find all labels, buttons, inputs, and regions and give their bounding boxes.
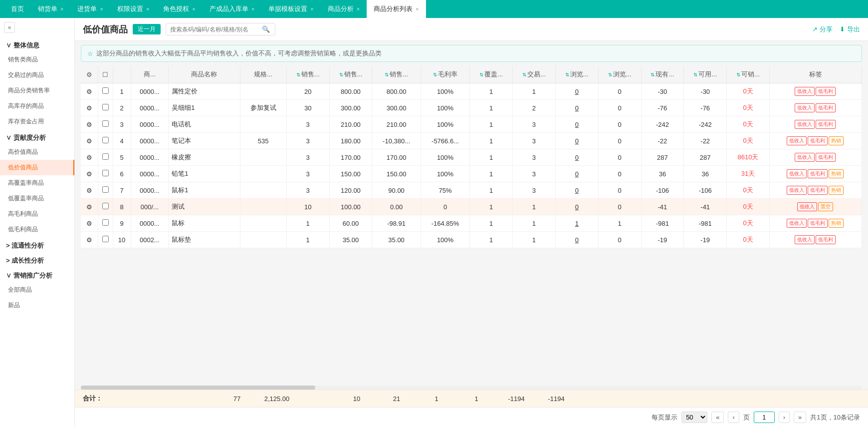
close-icon[interactable]: × [100,6,103,12]
browse-link[interactable]: 0 [575,187,579,194]
first-page-button[interactable]: « [711,412,724,423]
sidebar-item-high-coverage[interactable]: 高覆盖率商品 [0,175,74,191]
sidebar-item-sales-products[interactable]: 销售类商品 [0,52,74,67]
sidebar-group-growth[interactable]: > 成长性分析 [0,252,74,267]
sidebar-item-low-margin[interactable]: 低毛利商品 [0,222,74,237]
checkbox-cell[interactable] [98,166,113,182]
gear-cell[interactable]: ⚙ [81,149,98,166]
sidebar-item-high-stock[interactable]: 高库存的商品 [0,98,74,114]
row-checkbox[interactable] [102,219,109,226]
checkbox-cell[interactable] [98,133,113,149]
close-icon[interactable]: × [357,6,360,12]
search-box[interactable]: 🔍 [166,23,275,35]
col-trade[interactable]: 交易... [513,66,556,83]
nav-template[interactable]: 单据模板设置 × [261,0,320,18]
sidebar-item-all-products[interactable]: 全部商品 [0,282,74,298]
gear-cell[interactable]: ⚙ [81,199,98,215]
filter-tag-month[interactable]: 近一月 [133,24,161,34]
browse-link[interactable]: 0 [575,137,579,145]
col-browse1[interactable]: 浏览... [555,66,598,83]
sidebar-item-new-products[interactable]: 新品 [0,298,74,313]
collapse-sidebar-button[interactable]: « [4,22,15,33]
close-icon[interactable]: × [310,6,313,12]
close-icon[interactable]: × [146,6,149,12]
row-checkbox[interactable] [102,186,109,193]
nav-sales[interactable]: 销货单 × [31,0,70,18]
row-checkbox[interactable] [102,120,109,127]
per-page-select[interactable]: 50 100 200 [681,412,707,423]
browse-link[interactable]: 0 [575,104,579,112]
sidebar-item-low-coverage[interactable]: 低覆盖率商品 [0,191,74,206]
sidebar-item-low-value[interactable]: 低价值商品 [0,160,74,175]
browse-link[interactable]: 0 [575,154,579,161]
col-sales2[interactable]: 销售... [329,66,372,83]
sidebar-item-high-value[interactable]: 高价值商品 [0,144,74,160]
col-sales3[interactable]: 销售... [372,66,421,83]
col-sales1[interactable]: 销售... [286,66,329,83]
col-coverage[interactable]: 覆盖... [470,66,513,83]
gear-cell[interactable]: ⚙ [81,116,98,133]
col-sellable-stock[interactable]: 可销... [727,66,770,83]
gear-cell[interactable]: ⚙ [81,100,98,116]
nav-roles[interactable]: 角色授权 × [156,0,202,18]
checkbox-cell[interactable] [98,199,113,215]
share-button[interactable]: ↗ 分享 [812,25,833,34]
col-current-stock[interactable]: 现有... [641,66,684,83]
browse-link[interactable]: 0 [575,236,579,244]
page-number-input[interactable] [758,414,770,421]
checkbox-cell[interactable] [98,232,113,248]
close-icon[interactable]: × [251,6,254,12]
sidebar-group-liquidity[interactable]: > 流通性分析 [0,237,74,252]
browse-link[interactable]: 0 [575,88,579,95]
nav-product-analysis[interactable]: 商品分析 × [321,0,367,18]
row-checkbox[interactable] [102,153,109,160]
checkbox-cell[interactable] [98,182,113,199]
gear-cell[interactable]: ⚙ [81,133,98,149]
scrollbar-thumb[interactable] [81,386,315,390]
sidebar-item-high-margin[interactable]: 高毛利商品 [0,206,74,222]
checkbox-cell[interactable] [98,100,113,116]
checkbox-cell[interactable] [98,215,113,232]
export-button[interactable]: ⬇ 导出 [840,25,860,34]
gear-cell[interactable]: ⚙ [81,166,98,182]
nav-purchase[interactable]: 进货单 × [70,0,110,18]
horizontal-scrollbar[interactable] [81,386,862,390]
current-page-number[interactable] [754,412,775,423]
checkbox-cell[interactable] [98,83,113,100]
gear-cell[interactable]: ⚙ [81,215,98,232]
prev-page-button[interactable]: ‹ [728,412,739,423]
nav-warehouse[interactable]: 产成品入库单 × [203,0,261,18]
row-checkbox[interactable] [102,236,109,242]
browse-link[interactable]: 1 [575,220,579,227]
nav-product-analysis-list[interactable]: 商品分析列表 × [367,0,426,18]
sidebar-item-stock-funds[interactable]: 库存资金占用 [0,114,74,129]
next-page-button[interactable]: › [779,412,790,423]
sidebar-item-traded-products[interactable]: 交易过的商品 [0,67,74,83]
row-checkbox[interactable] [102,170,109,176]
search-input[interactable] [170,26,260,33]
row-checkbox[interactable] [102,104,109,110]
close-icon[interactable]: × [416,6,419,12]
col-available-stock[interactable]: 可用... [684,66,727,83]
gear-cell[interactable]: ⚙ [81,232,98,248]
last-page-button[interactable]: » [794,412,806,423]
row-checkbox[interactable] [102,137,109,143]
close-icon[interactable]: × [60,6,63,12]
nav-home[interactable]: 首页 [4,0,31,18]
col-spec[interactable]: 规格... [240,66,286,83]
browse-link[interactable]: 0 [575,203,579,211]
gear-cell[interactable]: ⚙ [81,83,98,100]
nav-permissions[interactable]: 权限设置 × [110,0,156,18]
row-checkbox[interactable] [102,203,109,209]
sidebar-item-category-sales[interactable]: 商品分类销售率 [0,83,74,98]
checkbox-cell[interactable] [98,116,113,133]
col-checkbox[interactable]: ☐ [98,66,113,83]
col-settings[interactable]: ⚙ [81,66,98,83]
close-icon[interactable]: × [192,6,195,12]
gear-cell[interactable]: ⚙ [81,182,98,199]
browse-link[interactable]: 0 [575,170,579,178]
col-margin[interactable]: 毛利率 [421,66,469,83]
col-browse2[interactable]: 浏览... [598,66,641,83]
browse-link[interactable]: 0 [575,121,579,128]
checkbox-cell[interactable] [98,149,113,166]
